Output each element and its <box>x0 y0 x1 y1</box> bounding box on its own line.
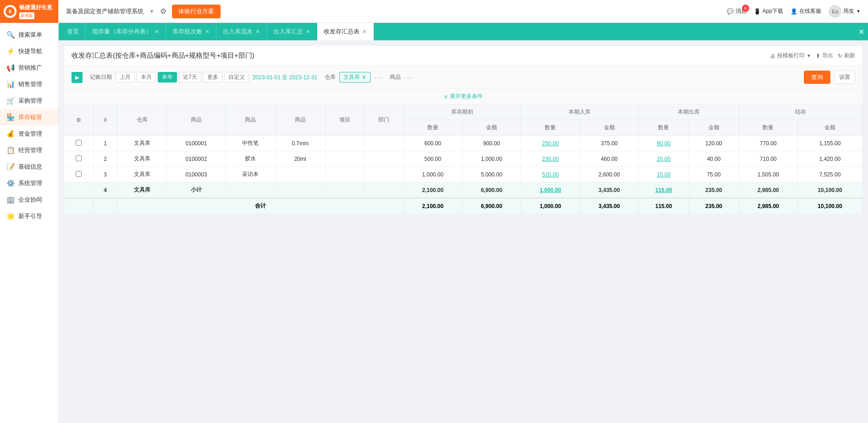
row-select-2[interactable] <box>64 151 93 167</box>
row-in-qty-3[interactable]: 520.00 <box>521 167 580 182</box>
tab-collect-summary[interactable]: 收发存汇总表 ✕ <box>317 23 374 40</box>
row-spec-1: 0.7mm <box>275 136 325 151</box>
tab-in-out-summary[interactable]: 出入库汇总 ✕ <box>267 23 317 40</box>
row-out-qty-2[interactable]: 20.00 <box>639 151 689 167</box>
subtotal-in-qty[interactable]: 1,000.00 <box>521 182 580 198</box>
sidebar-item-guide[interactable]: 🌟 新手引导 <box>0 208 58 225</box>
subtotal-out-qty[interactable]: 115.00 <box>639 182 689 198</box>
finance-icon: 💰 <box>6 130 15 138</box>
row-balance-amt-2: 1,420.00 <box>798 151 862 167</box>
tab-close-in-out-flow[interactable]: ✕ <box>255 28 260 35</box>
table-row: 2 文具库 0100002 胶水 20ml 500.00 1,000.00 23… <box>64 151 862 167</box>
tab-close-stock-dist[interactable]: ✕ <box>155 28 159 35</box>
user-menu[interactable]: Ea 用友 ▼ <box>829 5 861 18</box>
row-out-qty-3[interactable]: 15.00 <box>639 167 689 182</box>
warehouse-more-button[interactable]: ··· <box>374 74 382 81</box>
table-row: 3 文具库 0100003 采访本 1,000.00 5,000.00 520.… <box>64 167 862 182</box>
col-opening: 库存期初 <box>404 104 521 120</box>
col-opening-amt: 金额 <box>462 120 521 136</box>
row-no-3: 3 <box>93 167 117 182</box>
this-year-button[interactable]: 本年 <box>158 72 177 82</box>
row-in-qty-2[interactable]: 230.00 <box>521 151 580 167</box>
col-settings[interactable]: ⚙ <box>64 104 93 136</box>
row-warehouse-1: 文具库 <box>117 136 167 151</box>
more-date-button[interactable]: 更多 <box>203 72 222 82</box>
tabs-bar: 首页 现存量（库存分布表） ✕ 库存批次账 ✕ 出入库流水 ✕ 出入库汇总 ✕ … <box>59 23 868 40</box>
date-label: 记账日期 <box>90 73 112 81</box>
col-in-amt: 金额 <box>580 120 638 136</box>
col-spec: 商品 <box>275 104 325 136</box>
page-card: 收发存汇总表(按仓库+商品编码+商品+规格型号+项目+部门) 🖨 按模板打印 ▼… <box>64 46 862 214</box>
sidebar-item-basic[interactable]: 📝 基础信息 <box>0 159 58 175</box>
app-download-item[interactable]: 📱 App下载 <box>754 7 783 15</box>
row-out-amt-3: 75.00 <box>689 167 739 182</box>
sidebar-item-sales[interactable]: 📊 销售管理 <box>0 76 58 93</box>
try-industry-button[interactable]: 体验行业方案 <box>172 5 221 18</box>
col-code: 商品 <box>167 104 226 136</box>
col-in: 本期入库 <box>521 104 639 120</box>
tab-batch-account[interactable]: 库存批次账 ✕ <box>166 23 216 40</box>
sidebar-item-quick-nav[interactable]: ⚡ 快捷导航 <box>0 43 58 60</box>
7days-button[interactable]: 近7天 <box>179 72 201 82</box>
search-icon: 🔍 <box>6 31 15 39</box>
sidebar-item-enterprise[interactable]: 🏢 企业协同 <box>0 192 58 208</box>
tab-in-out-flow[interactable]: 出入库流水 ✕ <box>216 23 267 40</box>
online-service-item[interactable]: 👤 在线客服 <box>791 7 821 15</box>
sidebar-item-marketing[interactable]: 📢 营销推广 <box>0 60 58 76</box>
row-balance-qty-1: 770.00 <box>739 136 797 151</box>
sidebar-item-inventory[interactable]: 🏪 库存核算 <box>0 109 58 126</box>
sidebar-title: 畅捷通好生意 标准版 <box>19 4 52 19</box>
prev-month-button[interactable]: 上月 <box>116 72 135 82</box>
row-select-3[interactable] <box>64 167 93 182</box>
warehouse-tag[interactable]: 文具库 ✕ <box>339 72 370 82</box>
row-dept-1 <box>365 136 404 151</box>
table-row: 1 文具库 0100001 中性笔 0.7mm 600.00 900.00 25… <box>64 136 862 151</box>
tab-close-batch-account[interactable]: ✕ <box>205 28 210 35</box>
total-opening-amt: 6,900.00 <box>462 198 521 214</box>
sidebar-item-purchase[interactable]: 🛒 采购管理 <box>0 93 58 109</box>
export-button[interactable]: ⬆ 导出 <box>816 52 833 60</box>
expand-filter-button[interactable]: ∨ 展开更多条件 <box>444 93 483 100</box>
goods-more-button[interactable]: ··· <box>404 74 413 81</box>
app-logo: 6 <box>4 5 17 18</box>
tab-home[interactable]: 首页 <box>61 23 86 40</box>
service-icon: 👤 <box>791 8 797 15</box>
custom-date-button[interactable]: 自定义 <box>224 72 249 82</box>
tab-close-in-out-summary[interactable]: ✕ <box>306 28 310 35</box>
total-opening-qty: 2,100.00 <box>404 198 462 214</box>
export-icon: ⬆ <box>816 53 820 59</box>
page-title: 收发存汇总表(按仓库+商品编码+商品+规格型号+项目+部门) <box>72 51 254 60</box>
refresh-button[interactable]: ↻ 刷新 <box>838 52 855 60</box>
row-checkbox-2[interactable] <box>76 155 82 161</box>
print-button[interactable]: 🖨 按模板打印 ▼ <box>770 52 811 60</box>
row-opening-qty-3: 1,000.00 <box>404 167 462 182</box>
row-checkbox-1[interactable] <box>76 140 82 146</box>
tabs-close-all[interactable]: ✕ <box>858 27 864 36</box>
logo-number: 6 <box>6 7 15 16</box>
warehouse-tag-close[interactable]: ✕ <box>362 74 366 81</box>
row-checkbox-3[interactable] <box>76 171 82 177</box>
col-balance: 结存 <box>739 104 862 120</box>
subtotal-balance-qty: 2,985.00 <box>739 182 797 198</box>
marketing-icon: 📢 <box>6 64 15 72</box>
filter-toggle-button[interactable]: ▶ <box>72 72 83 83</box>
row-in-qty-1[interactable]: 250.00 <box>521 136 580 151</box>
row-project-1 <box>325 136 364 151</box>
settings-icon[interactable]: ⚙ <box>160 7 166 16</box>
query-button[interactable]: 查询 <box>804 71 830 84</box>
tab-close-collect-summary[interactable]: ✕ <box>362 28 367 35</box>
table-total-row: 合计 2,100.00 6,900.00 1,000.00 3,435.00 1… <box>64 198 862 214</box>
row-out-qty-1[interactable]: 80.00 <box>639 136 689 151</box>
sidebar-item-search[interactable]: 🔍 搜索菜单 <box>0 27 58 43</box>
sidebar-item-business[interactable]: 📋 经营管理 <box>0 142 58 159</box>
tab-stock-dist[interactable]: 现存量（库存分布表） ✕ <box>86 23 166 40</box>
row-balance-amt-3: 7,525.00 <box>798 167 862 182</box>
sidebar-item-system[interactable]: ⚙️ 系统管理 <box>0 175 58 192</box>
date-filter-section: 记账日期 上月 本月 本年 近7天 更多 自定义 2023-01-01 至 20… <box>90 72 317 82</box>
set-button[interactable]: 设置 <box>834 71 855 84</box>
page-content: 收发存汇总表(按仓库+商品编码+商品+规格型号+项目+部门) 🖨 按模板打印 ▼… <box>59 40 868 423</box>
sidebar-item-finance[interactable]: 💰 资金管理 <box>0 126 58 142</box>
row-select-1[interactable] <box>64 136 93 151</box>
current-month-button[interactable]: 本月 <box>137 72 156 82</box>
message-item[interactable]: 💬 消息 6 <box>727 7 746 15</box>
